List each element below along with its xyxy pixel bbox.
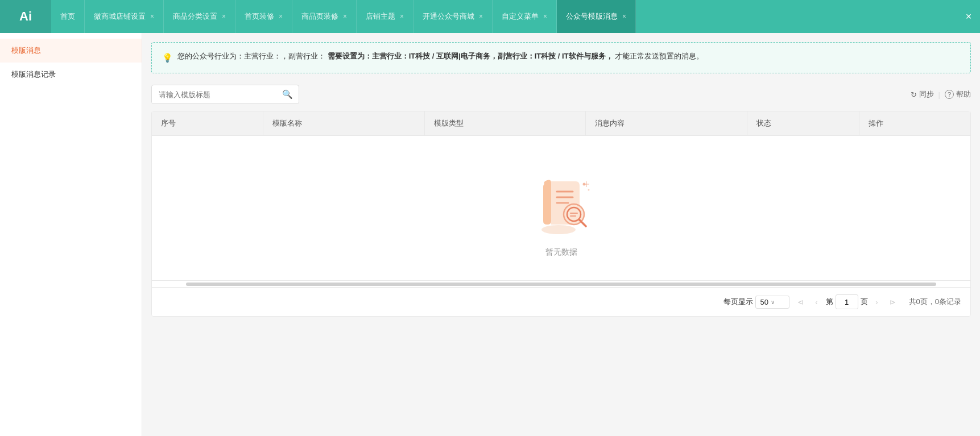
nav-tab-open-mall[interactable]: 开通公众号商城× [413, 0, 493, 33]
nav-tab-label: 店铺主题 [366, 11, 395, 22]
help-label: 帮助 [956, 89, 971, 99]
brand-label: Ai [19, 9, 32, 24]
help-icon: ? [945, 90, 954, 99]
nav-tab-label: 公众号模版消息 [566, 11, 618, 22]
total-info: 共0页，0条记录 [909, 297, 961, 307]
last-page-button[interactable]: ⊳ [886, 295, 900, 309]
content-area: 💡 您的公众号行业为：主营行业：，副营行业： 需要设置为：主营行业：IT科技 /… [142, 33, 980, 436]
notice-suffix: 才能正常发送预置的消息。 [615, 52, 704, 60]
notice-highlight: 需要设置为：主营行业：IT科技 / 互联网|电子商务，副营行业：IT科技 / I… [328, 52, 613, 60]
nav-tab-label: 商品分类设置 [173, 11, 217, 22]
data-table-wrap: 序号模版名称模版类型消息内容状态操作 [151, 111, 971, 317]
nav-tab-home[interactable]: 首页 [51, 0, 85, 33]
pagination: 每页显示 50 ∨ ⊲ ‹ 第 页 › ⊳ [152, 287, 970, 316]
page-input-wrap: 第 页 [826, 294, 868, 309]
per-page-value: 50 [760, 298, 768, 306]
nav-tab-label: 商品页装修 [301, 11, 338, 22]
empty-icon [527, 170, 596, 238]
scrollbar-track [186, 283, 936, 286]
col-content: 消息内容 [586, 111, 747, 136]
notice-box: 💡 您的公众号行业为：主营行业：，副营行业： 需要设置为：主营行业：IT科技 /… [151, 42, 971, 73]
nav-tab-store-theme[interactable]: 店铺主题× [357, 0, 413, 33]
prev-page-button[interactable]: ‹ [810, 295, 824, 309]
notice-prefix: 您的公众号行业为：主营行业：，副营行业： [177, 52, 325, 60]
close-all-button[interactable]: × [957, 0, 980, 33]
page-label-before: 第 [826, 297, 833, 307]
col-action: 操作 [859, 111, 970, 136]
nav-tab-product-decor[interactable]: 商品页装修× [292, 0, 357, 33]
brand-logo: Ai [0, 0, 51, 33]
svg-point-0 [541, 225, 576, 234]
sync-button[interactable]: ↻ 同步 [911, 89, 934, 99]
separator: | [938, 90, 940, 99]
table-header: 序号模版名称模版类型消息内容状态操作 [152, 111, 970, 136]
nav-tabs-container: 首页微商城店铺设置×商品分类设置×首页装修×商品页装修×店铺主题×开通公众号商城… [51, 0, 957, 33]
search-bar: 🔍 ↻ 同步 | ? 帮助 [151, 85, 971, 104]
search-input-wrap: 🔍 [151, 85, 299, 104]
close-tab-icon[interactable]: × [222, 13, 226, 20]
sync-icon: ↻ [911, 90, 917, 99]
close-tab-icon[interactable]: × [543, 13, 547, 20]
page-label-after: 页 [861, 297, 868, 307]
empty-text: 暂无数据 [545, 247, 577, 258]
svg-point-10 [588, 189, 589, 191]
scrollbar-area[interactable] [152, 280, 970, 287]
dropdown-arrow-icon: ∨ [771, 299, 775, 305]
empty-state-row: 暂无数据 [152, 136, 970, 281]
per-page-label: 每页显示 [723, 297, 753, 307]
close-tab-icon[interactable]: × [343, 13, 347, 20]
nav-tab-label: 首页 [60, 11, 75, 22]
toolbar-right: ↻ 同步 | ? 帮助 [911, 89, 971, 99]
per-page-dropdown[interactable]: 50 ∨ [755, 296, 789, 309]
close-tab-icon[interactable]: × [279, 13, 283, 20]
empty-state: 暂无数据 [152, 136, 970, 280]
search-input[interactable] [152, 86, 276, 103]
next-page-button[interactable]: › [870, 295, 884, 309]
close-tab-icon[interactable]: × [400, 13, 404, 20]
help-button[interactable]: ? 帮助 [945, 89, 971, 99]
close-tab-icon[interactable]: × [150, 13, 154, 20]
nav-tab-label: 首页装修 [245, 11, 274, 22]
sidebar-item-template-msg[interactable]: 模版消息 [0, 39, 142, 63]
nav-tab-custom-menu[interactable]: 自定义菜单× [493, 0, 557, 33]
per-page-select: 每页显示 50 ∨ [723, 296, 789, 309]
nav-tab-shop-settings[interactable]: 微商城店铺设置× [85, 0, 164, 33]
main-layout: 模版消息模版消息记录 💡 您的公众号行业为：主营行业：，副营行业： 需要设置为：… [0, 33, 980, 436]
page-input[interactable] [836, 294, 858, 309]
col-index: 序号 [152, 111, 263, 136]
nav-tab-label: 微商城店铺设置 [94, 11, 146, 22]
notice-icon: 💡 [162, 51, 173, 65]
nav-tab-label: 自定义菜单 [502, 11, 539, 22]
sync-label: 同步 [919, 89, 934, 99]
data-table: 序号模版名称模版类型消息内容状态操作 [152, 111, 970, 280]
notice-content: 您的公众号行业为：主营行业：，副营行业： 需要设置为：主营行业：IT科技 / 互… [177, 51, 960, 63]
close-tab-icon[interactable]: × [479, 13, 483, 20]
col-type: 模版类型 [424, 111, 586, 136]
close-tab-icon[interactable]: × [622, 13, 626, 20]
nav-tab-label: 开通公众号商城 [423, 11, 474, 22]
page-navigation: ⊲ ‹ 第 页 › ⊳ [794, 294, 900, 309]
search-button[interactable]: 🔍 [276, 85, 299, 103]
col-name: 模版名称 [263, 111, 424, 136]
sidebar: 模版消息模版消息记录 [0, 33, 142, 436]
sidebar-item-template-msg-record[interactable]: 模版消息记录 [0, 63, 142, 86]
nav-tab-category-settings[interactable]: 商品分类设置× [164, 0, 235, 33]
nav-tab-home-decor[interactable]: 首页装修× [235, 0, 292, 33]
col-status: 状态 [747, 111, 859, 136]
first-page-button[interactable]: ⊲ [794, 295, 808, 309]
nav-tab-template-msg[interactable]: 公众号模版消息× [557, 0, 636, 33]
table-body: 暂无数据 [152, 136, 970, 281]
top-nav: Ai 首页微商城店铺设置×商品分类设置×首页装修×商品页装修×店铺主题×开通公众… [0, 0, 980, 33]
